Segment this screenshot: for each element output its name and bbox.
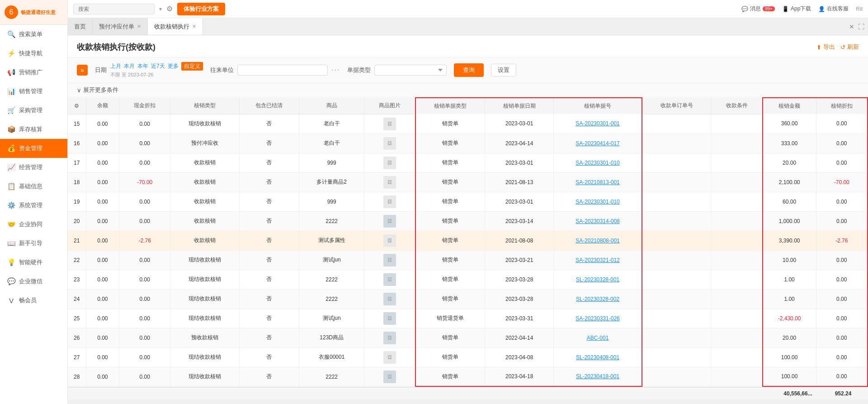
date-option-7days[interactable]: 近7天 (151, 62, 165, 70)
sidebar-item-quicknav[interactable]: ⚡ 快捷导航 (0, 44, 67, 63)
close-window-icon[interactable]: ✕ (849, 23, 854, 30)
inventory-icon: 📦 (7, 125, 15, 133)
sidebar-item-system[interactable]: ⚙️ 系统管理 (0, 196, 67, 215)
refresh-button[interactable]: ↺ 刷新 (840, 43, 859, 51)
sidebar-item-sales[interactable]: 📊 销售管理 (0, 82, 67, 101)
cell-bill-type: 销货单 (415, 367, 485, 386)
cell-bill-no[interactable]: SL-20230328-002 (554, 289, 642, 309)
maximize-icon[interactable]: ⛶ (858, 23, 864, 30)
cell-bill-date: 2023-04-14 (485, 133, 554, 153)
cell-bill-no[interactable]: SA-20230301-001 (554, 114, 642, 133)
cell-bill-no[interactable]: SA-20230301-010 (554, 192, 642, 211)
online-service-link[interactable]: 👤 在线客服 (818, 5, 849, 13)
date-option-more[interactable]: 更多 (168, 62, 179, 70)
cell-writeoff-discount: 0.00 (816, 347, 868, 367)
settings-button[interactable]: 设置 (491, 64, 516, 76)
sidebar-item-hardware[interactable]: 💡 智能硬件 (0, 253, 67, 272)
cell-cash-discount: 0.00 (119, 211, 170, 231)
cell-bill-no[interactable]: ABC-001 (554, 328, 642, 347)
tab-home-label: 首页 (74, 23, 86, 31)
app-download-link[interactable]: 📱 App下载 (782, 5, 811, 13)
sidebar-item-label: 库存核算 (19, 125, 42, 133)
date-option-custom[interactable]: 自定义 (181, 62, 203, 71)
notification-area[interactable]: 💬 消息 99+ (741, 5, 775, 13)
sidebar-item-wechat[interactable]: 💬 企业微信 (0, 272, 67, 291)
cell-include-settled: 否 (239, 133, 299, 153)
expand-conditions-bar[interactable]: ∨ 展开更多条件 (68, 83, 868, 97)
horizontal-scrollbar[interactable] (68, 399, 868, 404)
filter-toggle-button[interactable]: » (77, 65, 88, 76)
cell-balance: 0.00 (86, 192, 119, 211)
tab-receipt-close[interactable]: ✕ (192, 24, 196, 29)
cell-bill-no[interactable]: SL-20230408-001 (554, 347, 642, 367)
from-unit-input[interactable] (237, 65, 328, 76)
sidebar-item-inventory[interactable]: 📦 库存核算 (0, 120, 67, 139)
cell-bill-no[interactable]: SA-20230331-026 (554, 309, 642, 328)
cell-writeoff-amount: 100.00 (763, 347, 816, 367)
industry-solution-button[interactable]: 体验行业方案 (177, 3, 225, 15)
gear-icon[interactable]: ⚙ (166, 5, 173, 13)
cell-product-img: 🖼 (364, 231, 415, 250)
cell-bill-no[interactable]: SA-20230301-010 (554, 153, 642, 172)
cell-writeoff-discount: 0.00 (816, 250, 868, 270)
cell-balance: 0.00 (86, 347, 119, 367)
tab-receipt-writeoff[interactable]: 收款核销执行 ✕ (148, 18, 203, 35)
bill-type-select[interactable] (374, 65, 447, 76)
sidebar-item-operations[interactable]: 📈 经营管理 (0, 158, 67, 177)
sidebar-item-label: 企业微信 (19, 277, 42, 285)
cell-balance: 0.00 (86, 114, 119, 133)
cell-writeoff-type: 收款核销 (170, 153, 239, 172)
table-row: 17 0.00 0.00 收款核销 否 999 🖼 销货单 2023-03-01… (68, 153, 868, 172)
from-unit-dots[interactable]: ··· (331, 66, 340, 74)
cell-bill-no[interactable]: SA-20230414-017 (554, 133, 642, 153)
cell-writeoff-type: 现结收款核销 (170, 309, 239, 328)
search-dropdown-icon[interactable]: ▾ (159, 6, 162, 12)
cell-product-img: 🖼 (364, 153, 415, 172)
cell-product: 测试多属性 (299, 231, 364, 250)
table-row: 15 0.00 0.00 现结收款核销 否 老白干 🖼 销货单 2023-03-… (68, 114, 868, 133)
sidebar-item-label: 搜索菜单 (19, 30, 42, 38)
sidebar-item-basic-info[interactable]: 📋 基础信息 (0, 177, 67, 196)
sidebar-item-member[interactable]: V 畅会员 (0, 291, 67, 310)
date-option-this-year[interactable]: 本年 (137, 62, 148, 70)
cell-bill-no[interactable]: SA-20230314-008 (554, 211, 642, 231)
finance-icon: 💰 (7, 144, 15, 152)
sidebar-item-marketing[interactable]: 📢 营销推广 (0, 63, 67, 82)
cell-product-img: 🖼 (364, 211, 415, 231)
sidebar-item-collab[interactable]: 🤝 企业协同 (0, 215, 67, 234)
message-icon: 💬 (741, 6, 748, 12)
export-button[interactable]: ⬆ 导出 (816, 43, 835, 51)
date-option-this-month[interactable]: 本月 (124, 62, 135, 70)
table-row: 16 0.00 0.00 预付冲应收 否 老白干 🖼 销货单 2023-04-1… (68, 133, 868, 153)
sidebar-item-guide[interactable]: 📖 新手引导 (0, 234, 67, 253)
cell-bill-date: 2021-08-13 (485, 172, 554, 192)
user-name[interactable]: Rit (856, 6, 863, 12)
tab-prepay[interactable]: 预付冲应付单 ✕ (93, 18, 148, 35)
cell-bill-no[interactable]: SL-20230328-001 (554, 270, 642, 289)
date-option-last-month[interactable]: 上月 (110, 62, 121, 70)
member-icon: V (7, 296, 15, 304)
cell-product: 2222 (299, 367, 364, 386)
cell-product-img: 🖼 (364, 192, 415, 211)
table-container[interactable]: ⚙ 余额 现金折扣 核销类型 包含已结清 商品 商品图片 核销单据类型 核销单据… (68, 97, 868, 404)
online-service-label: 在线客服 (827, 5, 849, 13)
col-gear[interactable]: ⚙ (68, 98, 86, 114)
cell-bill-no[interactable]: SL-20230418-001 (554, 367, 642, 386)
cell-bill-no[interactable]: SA-20210808-001 (554, 231, 642, 250)
cell-writeoff-amount: 360.00 (763, 114, 816, 133)
cell-receipt-order-no (642, 289, 711, 309)
sidebar-item-label: 快捷导航 (19, 49, 42, 57)
cell-product-img: 🖼 (364, 367, 415, 386)
cell-bill-no[interactable]: SA-20210813-001 (554, 172, 642, 192)
cell-bill-no[interactable]: SA-20230321-012 (554, 250, 642, 270)
global-search-input[interactable] (73, 4, 155, 14)
sidebar-item-search[interactable]: 🔍 搜索菜单 (0, 25, 67, 44)
tab-prepay-close[interactable]: ✕ (137, 24, 141, 29)
cell-cash-discount: -70.00 (119, 172, 170, 192)
sidebar-item-purchase[interactable]: 🛒 采购管理 (0, 101, 67, 120)
col-cash-discount: 现金折扣 (119, 98, 170, 114)
sidebar-item-finance[interactable]: 💰 资金管理 (0, 139, 67, 158)
tab-home[interactable]: 首页 (68, 18, 93, 35)
cell-include-settled: 否 (239, 211, 299, 231)
query-button[interactable]: 查询 (454, 63, 484, 77)
